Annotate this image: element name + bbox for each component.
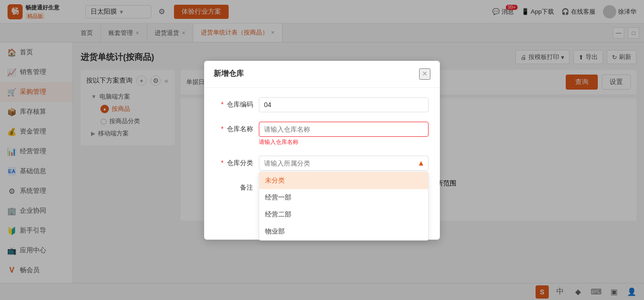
category-dropdown: 未分类 经营一部 经营二部 物业部 bbox=[259, 172, 429, 241]
name-control: 请输入仓库名称 bbox=[259, 122, 429, 146]
dropdown-item-dept2[interactable]: 经营二部 bbox=[259, 206, 428, 223]
name-required-mark: * bbox=[221, 125, 223, 133]
remark-label: 备注 bbox=[215, 180, 253, 192]
new-warehouse-modal: 新增仓库 × * 仓库编码 * 仓库名称 bbox=[204, 61, 440, 240]
form-row-name: * 仓库名称 请输入仓库名称 bbox=[215, 122, 429, 146]
name-error-message: 请输入仓库名称 bbox=[259, 138, 429, 146]
code-input[interactable] bbox=[259, 97, 429, 112]
form-row-code: * 仓库编码 bbox=[215, 97, 429, 112]
dropdown-item-dept1[interactable]: 经营一部 bbox=[259, 189, 428, 206]
name-input[interactable] bbox=[259, 122, 429, 137]
code-label: * 仓库编码 bbox=[215, 97, 253, 109]
modal-body: * 仓库编码 * 仓库名称 请输入仓库名称 bbox=[204, 88, 440, 214]
modal-close-button[interactable]: × bbox=[419, 68, 430, 80]
category-control: ▲ 未分类 经营一部 经营二部 物业部 bbox=[259, 156, 429, 171]
modal-title: 新增仓库 bbox=[214, 69, 244, 79]
dropdown-item-uncategorized[interactable]: 未分类 bbox=[259, 172, 428, 189]
code-control bbox=[259, 97, 429, 112]
category-required-mark: * bbox=[221, 159, 223, 167]
category-input[interactable] bbox=[259, 156, 429, 171]
modal-header: 新增仓库 × bbox=[204, 61, 440, 88]
dropdown-item-property[interactable]: 物业部 bbox=[259, 223, 428, 240]
modal-overlay[interactable]: 新增仓库 × * 仓库编码 * 仓库名称 bbox=[0, 0, 644, 300]
code-required-mark: * bbox=[221, 100, 223, 108]
category-input-wrapper: ▲ bbox=[259, 156, 429, 171]
name-label: * 仓库名称 bbox=[215, 122, 253, 133]
category-toggle-button[interactable]: ▲ bbox=[417, 159, 425, 167]
category-label: * 仓库分类 bbox=[215, 156, 253, 167]
form-row-category: * 仓库分类 ▲ 未分类 经营一部 经营二部 物业部 bbox=[215, 156, 429, 171]
